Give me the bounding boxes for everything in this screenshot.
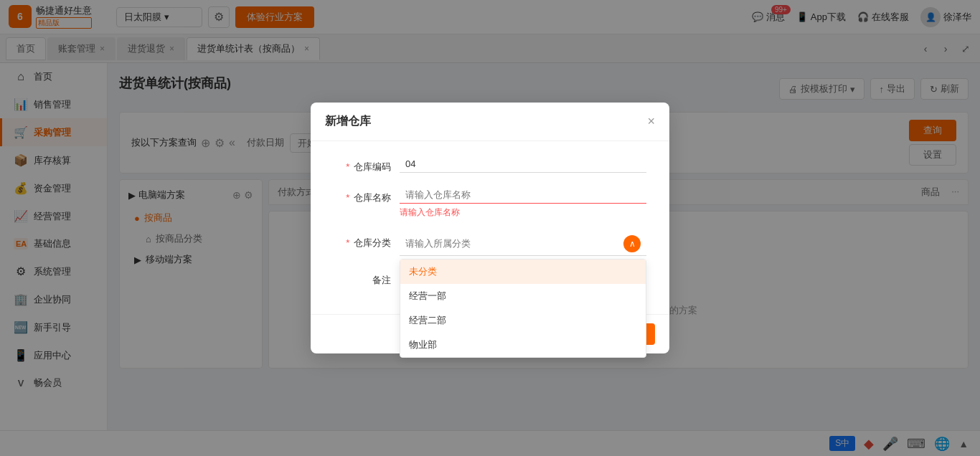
form-row-name: * 仓库名称 请输入仓库名称 [334, 186, 646, 219]
modal-title: 新增仓库 [325, 114, 371, 129]
category-dropdown-list: 未分类 经营一部 经营二部 物业部 [400, 259, 646, 358]
code-input[interactable] [400, 156, 646, 173]
dropdown-option-dept1[interactable]: 经营一部 [400, 284, 646, 308]
name-label: * 仓库名称 [334, 186, 391, 204]
dropdown-option-dept2[interactable]: 经营二部 [400, 308, 646, 333]
add-warehouse-modal: 新增仓库 × * 仓库编码 * 仓库名称 请输入仓库名称 [311, 103, 669, 353]
name-error-msg: 请输入仓库名称 [400, 206, 646, 219]
category-dropdown-wrap: ∧ 未分类 经营一部 经营二部 物业部 [400, 232, 646, 256]
dropdown-option-property[interactable]: 物业部 [400, 333, 646, 357]
category-dropdown-toggle[interactable]: ∧ [623, 235, 641, 252]
note-label: 备注 [334, 269, 391, 287]
name-input[interactable] [400, 186, 646, 204]
form-row-code: * 仓库编码 [334, 156, 646, 174]
modal-body: * 仓库编码 * 仓库名称 请输入仓库名称 * 仓库分类 [311, 141, 669, 314]
code-label: * 仓库编码 [334, 156, 391, 174]
category-label: * 仓库分类 [334, 232, 391, 250]
modal-header: 新增仓库 × [311, 103, 669, 141]
modal-close-button[interactable]: × [647, 114, 655, 129]
form-row-category: * 仓库分类 ∧ 未分类 经营一部 经营二部 物业部 [334, 232, 646, 256]
dropdown-option-unclassified[interactable]: 未分类 [400, 260, 646, 284]
category-input[interactable] [400, 232, 646, 256]
